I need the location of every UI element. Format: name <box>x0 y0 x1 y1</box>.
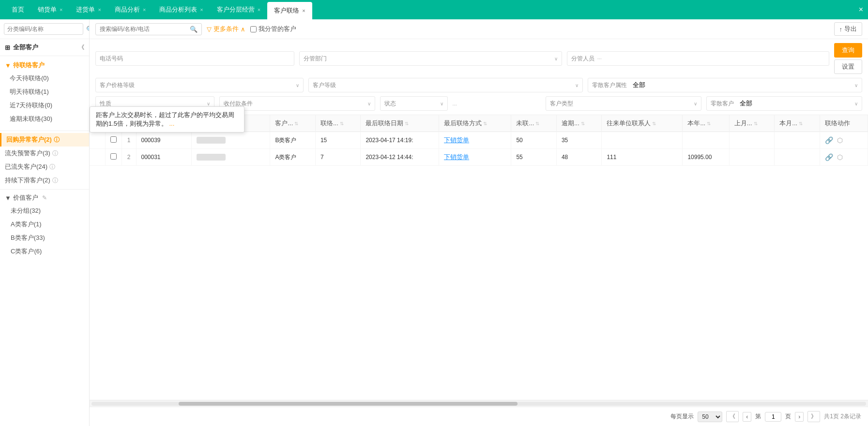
info-icon-2[interactable]: ⓘ <box>52 149 58 158</box>
price-level-field[interactable]: 客户价格等级 ∨ <box>95 78 304 92</box>
last-page-btn[interactable]: 》 <box>807 411 820 422</box>
sidebar-all-customers-title[interactable]: ⊞ 全部客户 《 <box>0 39 89 56</box>
row2-code: 000031 <box>136 149 191 166</box>
row1-last-date: 2023-04-17 14:19: <box>361 132 439 149</box>
row1-action-icons: 🔗 ⬡ <box>825 136 863 144</box>
sidebar-group-pending[interactable]: ▼ 待联络客户 <box>0 59 89 72</box>
sidebar-item-churn-warning[interactable]: 流失预警客户(3) ⓘ <box>0 147 89 160</box>
col-unit-contact[interactable]: 往来单位联系人⇅ <box>602 115 683 132</box>
scrollbar-thumb[interactable] <box>179 402 518 406</box>
prev-page-btn[interactable]: ‹ <box>743 412 751 422</box>
sidebar-item-abnormal-repurchase[interactable]: 回购异常客户(2) ⓘ <box>0 133 89 147</box>
main-search-input[interactable] <box>100 26 187 32</box>
dept-field[interactable]: 分管部门 ∨ <box>299 51 562 66</box>
sidebar-item-overdue[interactable]: 逾期未联络(30) <box>0 112 89 126</box>
horizontal-scrollbar[interactable] <box>90 400 868 407</box>
nav-tab-customer-contact[interactable]: 客户联络 × <box>267 2 312 19</box>
row2-last-method[interactable]: 下销货单 <box>439 149 511 166</box>
col-customer-type[interactable]: 客户...⇅ <box>270 115 315 132</box>
col-unlinked[interactable]: 未联...⇅ <box>511 115 556 132</box>
col-last-contact-date[interactable]: 最后联络日期⇅ <box>361 115 439 132</box>
current-page-input[interactable] <box>765 412 781 422</box>
nav-tab-home[interactable]: 首页 <box>5 0 31 19</box>
col-this-month[interactable]: 本月...⇅ <box>775 115 820 132</box>
retail-attr-field[interactable]: 零散客户属性 全部 ∨ <box>588 78 862 92</box>
close-analysis-list-tab[interactable]: × <box>200 7 203 13</box>
row2-check[interactable] <box>110 153 117 160</box>
filter-bar: 🔍 ▽ 更多条件 ∧ 我分管的客户 ↑ 导出 <box>90 19 868 39</box>
customer-type-field[interactable]: 客户类型 ∨ <box>546 96 701 111</box>
adv-filter-row-1: 电话号码 分管部门 ∨ 分管人员 ··· 查询 设置 <box>95 43 862 74</box>
next-page-btn[interactable]: › <box>795 412 804 422</box>
close-customer-contact-tab[interactable]: × <box>302 8 305 14</box>
per-page-select[interactable]: 50 20 100 <box>698 411 722 422</box>
sidebar-search-input[interactable] <box>4 23 83 35</box>
first-page-btn[interactable]: 《 <box>726 411 739 422</box>
row1-check[interactable] <box>110 136 117 143</box>
close-customer-tier-tab[interactable]: × <box>258 7 260 13</box>
nav-tab-sales[interactable]: 销货单 × <box>31 0 69 19</box>
col-contact-count[interactable]: 联络...⇅ <box>315 115 360 132</box>
row1-name <box>191 132 270 149</box>
sidebar-item-class-a[interactable]: A类客户(1) <box>0 218 89 231</box>
row1-actions: 🔗 ⬡ <box>820 132 868 149</box>
my-customers-checkbox[interactable]: 我分管的客户 <box>250 25 296 33</box>
col-last-month[interactable]: 上月...⇅ <box>729 115 774 132</box>
close-analysis-tab[interactable]: × <box>143 7 146 13</box>
sidebar-item-unclassified[interactable]: 未分组(32) <box>0 204 89 218</box>
more-fields-btn[interactable]: ... <box>453 101 457 106</box>
sidebar-item-churned[interactable]: 已流失客户(24) ⓘ <box>0 160 89 174</box>
close-purchase-tab[interactable]: × <box>98 7 101 13</box>
gender-arrow: ∨ <box>207 101 210 106</box>
nav-tab-analysis-list[interactable]: 商品分析列表 × <box>152 0 210 19</box>
sidebar-item-class-c[interactable]: C类客户(6) <box>0 245 89 258</box>
col-overdue[interactable]: 逾期...⇅ <box>556 115 601 132</box>
person-extra[interactable]: ··· <box>597 56 602 61</box>
sidebar-item-today[interactable]: 今天待联络(0) <box>0 72 89 85</box>
row1-method-link[interactable]: 下销货单 <box>444 136 469 144</box>
scrollbar-track[interactable] <box>91 402 866 406</box>
customer-level-field[interactable]: 客户等级 ∨ <box>308 78 583 92</box>
row2-more-icon[interactable]: ⬡ <box>837 153 843 161</box>
sidebar-value-customers-title[interactable]: ▼ 价值客户 ✎ <box>0 191 89 204</box>
retail-field2[interactable]: 零散客户 全部 ∨ <box>706 96 862 111</box>
window-close-button[interactable]: × <box>859 5 863 14</box>
phone-field[interactable]: 电话号码 <box>95 51 294 66</box>
query-button[interactable]: 查询 <box>834 43 862 58</box>
close-sales-tab[interactable]: × <box>60 7 62 13</box>
nav-tab-purchase[interactable]: 进货单 × <box>69 0 107 19</box>
row2-last-date: 2023-04-12 14:44: <box>361 149 439 166</box>
sidebar-search-icon[interactable]: 🔍 <box>86 26 90 33</box>
row2-method-link[interactable]: 下销货单 <box>444 153 469 161</box>
sidebar-item-declining[interactable]: 持续下滑客户(2) ⓘ <box>0 174 89 187</box>
status-field[interactable]: 状态 ∨ <box>380 96 448 111</box>
col-year-amt[interactable]: 本年...⇅ <box>683 115 729 132</box>
row1-last-method[interactable]: 下销货单 <box>439 132 511 149</box>
tooltip-more-link[interactable]: ... <box>169 120 174 127</box>
col-last-contact-method[interactable]: 最后联络方式⇅ <box>439 115 511 132</box>
row2-link-icon[interactable]: 🔗 <box>825 153 833 161</box>
settings-button[interactable]: 设置 <box>834 59 862 74</box>
sidebar-item-7days[interactable]: 近7天待联络(0) <box>0 99 89 112</box>
sidebar-collapse-btn[interactable]: 《 <box>78 44 84 52</box>
edit-icon[interactable]: ✎ <box>42 194 47 201</box>
search-icon-main[interactable]: 🔍 <box>190 26 198 33</box>
nav-tab-analysis[interactable]: 商品分析 × <box>108 0 152 19</box>
nav-tab-customer-tier[interactable]: 客户分层经营 × <box>210 0 267 19</box>
triangle-icon: ▼ <box>5 62 11 69</box>
customer-level-arrow: ∨ <box>575 83 579 88</box>
row1-checkbox[interactable] <box>105 132 122 149</box>
row1-link-icon[interactable]: 🔗 <box>825 136 833 144</box>
export-button[interactable]: ↑ 导出 <box>834 22 863 36</box>
info-icon[interactable]: ⓘ <box>54 136 60 144</box>
info-icon-3[interactable]: ⓘ <box>49 163 55 171</box>
my-customers-check[interactable] <box>250 26 257 32</box>
info-icon-4[interactable]: ⓘ <box>52 176 58 185</box>
more-conditions-btn[interactable]: ▽ 更多条件 ∧ <box>207 25 245 33</box>
person-field[interactable]: 分管人员 ··· <box>567 51 829 66</box>
sidebar-item-tomorrow[interactable]: 明天待联络(1) <box>0 85 89 99</box>
row1-more-icon[interactable]: ⬡ <box>837 136 843 144</box>
chevron-up-icon: ∧ <box>241 26 245 33</box>
sidebar-item-class-b[interactable]: B类客户(33) <box>0 231 89 245</box>
row2-checkbox[interactable] <box>105 149 122 166</box>
